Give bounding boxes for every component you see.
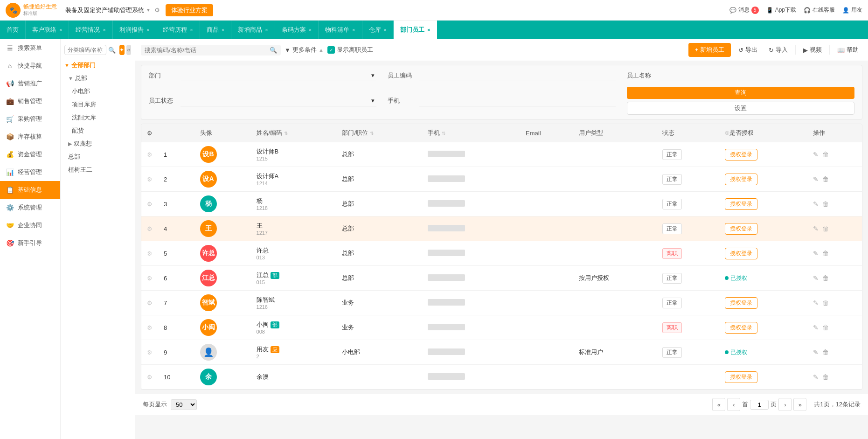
view-btn[interactable]: ▶ 视频 (799, 44, 826, 56)
delete-icon[interactable]: 🗑 (822, 373, 829, 381)
dept-all[interactable]: ▼ 全部部门 (61, 59, 135, 72)
dept-small-elec[interactable]: 小电部 (61, 85, 135, 98)
sidebar-item-guide[interactable]: 🎯 新手引导 (0, 234, 60, 252)
edit-icon[interactable]: ✎ (813, 151, 819, 158)
show-resign-checkbox[interactable]: ✓ (327, 46, 335, 54)
dept-hq2[interactable]: 总部 (61, 150, 135, 163)
help-btn[interactable]: 📖 帮助 (833, 44, 862, 56)
page-number-input[interactable] (750, 400, 769, 410)
delete-icon[interactable]: 🗑 (822, 250, 829, 257)
gear-icon[interactable]: ⚙ (147, 130, 153, 137)
tab-add-goods[interactable]: 新增商品 × (231, 21, 275, 39)
edit-icon[interactable]: ✎ (813, 274, 819, 282)
tab-goods[interactable]: 商品 × (200, 21, 231, 39)
next-page-btn[interactable]: › (778, 398, 792, 411)
delete-icon[interactable]: 🗑 (822, 324, 829, 331)
edit-icon[interactable]: ✎ (813, 250, 819, 257)
first-page-btn[interactable]: « (712, 398, 725, 411)
filter-emp-status-select[interactable]: ▾ (181, 95, 376, 106)
row-gear-icon[interactable]: ⚙ (147, 349, 153, 356)
sidebar-item-finance[interactable]: 💰 资金管理 (0, 146, 60, 163)
col-name[interactable]: 姓名/编码 ⇅ (251, 124, 337, 142)
col-phone[interactable]: 手机 ⇅ (422, 124, 520, 142)
col-dept[interactable]: 部门/职位 ⇅ (336, 124, 422, 142)
dept-shuanglu[interactable]: ▶ 双鹿想 (61, 137, 135, 150)
dept-collapse-btn[interactable]: « (126, 45, 132, 55)
tab-bom[interactable]: 物料清单 × (319, 21, 362, 39)
delete-icon[interactable]: 🗑 (822, 151, 829, 158)
sidebar-item-marketing[interactable]: 📢 营销推广 (0, 75, 60, 92)
auth-login-btn[interactable]: 授权登录 (725, 297, 757, 309)
system-dropdown-arrow[interactable]: ▼ (146, 7, 151, 13)
delete-icon[interactable]: 🗑 (822, 348, 829, 356)
dept-project-room[interactable]: 项目库房 (61, 98, 135, 111)
dept-headquarters[interactable]: ▼ 总部 (61, 72, 135, 85)
tab-warehouse[interactable]: 仓库 × (362, 21, 394, 39)
tab-history[interactable]: 经营历程 × (156, 21, 200, 39)
tab-operation[interactable]: 经营情况 × (69, 21, 112, 39)
edit-icon[interactable]: ✎ (813, 324, 819, 331)
filter-emp-name-input[interactable] (659, 70, 854, 81)
auth-login-btn[interactable]: 授权登录 (725, 322, 757, 334)
tab-dept-employee[interactable]: 部门员工 × (394, 21, 437, 39)
export-btn[interactable]: ↺ 导出 (735, 44, 761, 56)
import-btn[interactable]: ↻ 导入 (765, 44, 792, 56)
row-gear-icon[interactable]: ⚙ (147, 275, 153, 282)
filter-emp-code-input[interactable] (419, 70, 615, 81)
col-settings[interactable]: ⚙ (141, 124, 158, 142)
tab-barcode[interactable]: 条码方案 × (275, 21, 319, 39)
row-gear-icon[interactable]: ⚙ (147, 374, 153, 381)
search-icon[interactable]: 🔍 (270, 47, 277, 54)
row-gear-icon[interactable]: ⚙ (147, 151, 153, 158)
prev-page-btn[interactable]: ‹ (727, 398, 740, 411)
tab-home[interactable]: 首页 (0, 21, 26, 39)
sidebar-item-collab[interactable]: 🤝 企业协同 (0, 216, 60, 234)
edit-icon[interactable]: ✎ (813, 225, 819, 232)
edit-icon[interactable]: ✎ (813, 373, 819, 381)
settings-icon[interactable]: ⚙ (154, 7, 160, 14)
sidebar-item-business[interactable]: 📊 经营管理 (0, 163, 60, 181)
row-gear-icon[interactable]: ⚙ (147, 300, 153, 307)
auth-login-btn[interactable]: 授权登录 (725, 149, 757, 160)
dept-shenyang[interactable]: 沈阳大库 (61, 111, 135, 124)
message-btn[interactable]: 💬 消息 5 (729, 6, 759, 14)
last-page-btn[interactable]: » (793, 398, 806, 411)
auth-login-btn[interactable]: 授权登录 (725, 248, 757, 259)
delete-icon[interactable]: 🗑 (822, 200, 829, 208)
reset-btn[interactable]: 设置 (627, 102, 854, 115)
search-input[interactable] (145, 47, 268, 54)
trial-button[interactable]: 体验行业方案 (166, 4, 213, 16)
delete-icon[interactable]: 🗑 (822, 225, 829, 232)
edit-icon[interactable]: ✎ (813, 299, 819, 307)
auth-login-btn[interactable]: 授权登录 (725, 198, 757, 210)
row-gear-icon[interactable]: ⚙ (147, 324, 153, 331)
dept-add-btn[interactable]: ✦ (119, 45, 125, 55)
sidebar-item-purchase[interactable]: 🛒 采购管理 (0, 110, 60, 128)
auth-login-btn[interactable]: 授权登录 (725, 174, 757, 185)
page-size-select[interactable]: 50 100 200 (171, 399, 197, 410)
delete-icon[interactable]: 🗑 (822, 299, 829, 307)
delete-icon[interactable]: 🗑 (822, 274, 829, 282)
edit-icon[interactable]: ✎ (813, 348, 819, 356)
sidebar-item-basic[interactable]: 📋 基础信息 (0, 181, 60, 199)
row-gear-icon[interactable]: ⚙ (147, 201, 153, 208)
tab-customer[interactable]: 客户联络 × (26, 21, 69, 39)
add-employee-btn[interactable]: + 新增员工 (688, 43, 731, 57)
dept-distribution[interactable]: 配货 (61, 124, 135, 137)
auth-login-btn[interactable]: 授权登录 (725, 371, 757, 383)
auth-login-btn[interactable]: 授权登录 (725, 223, 757, 235)
sidebar-item-nav[interactable]: ⌂ 快捷导航 (0, 57, 60, 75)
query-btn[interactable]: 查询 (627, 87, 854, 99)
row-gear-icon[interactable]: ⚙ (147, 225, 153, 232)
user-btn[interactable]: 👤 用友 (842, 6, 862, 14)
row-gear-icon[interactable]: ⚙ (147, 176, 153, 183)
sidebar-item-system[interactable]: ⚙️ 系统管理 (0, 199, 60, 216)
filter-dept-select[interactable]: ▾ (181, 70, 376, 81)
app-download-btn[interactable]: 📱 App下载 (766, 6, 796, 14)
filter-phone-input[interactable] (419, 95, 615, 106)
more-filter-btn[interactable]: ▼ 更多条件 ▲ (285, 46, 324, 54)
tab-profit[interactable]: 利润报告 × (113, 21, 156, 39)
dept-search-input[interactable] (64, 45, 106, 55)
row-gear-icon[interactable]: ⚙ (147, 250, 153, 257)
sidebar-item-inventory[interactable]: 📦 库存核算 (0, 128, 60, 146)
